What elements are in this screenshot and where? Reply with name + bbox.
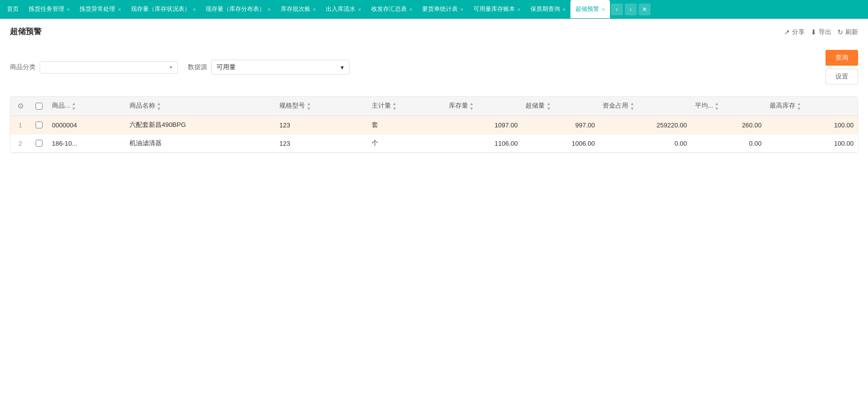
cell-capital: 0.00 [599,134,691,153]
cell-product-code: 186-10... [48,134,126,153]
cell-stock: 1097.00 [445,116,522,134]
th-overstock[interactable]: 超储量▲▼ [521,97,599,116]
filter-buttons: 查询 设置 [825,50,858,84]
close-tab-quality-check[interactable]: × [563,6,565,12]
table-row: 1 0000004 六配套新昌490BPG 123 套 1097.00 997.… [10,116,858,134]
page-title: 超储预警 [10,27,42,37]
header-actions: ↗ 分享 ⬇ 导出 ↻ 刷新 [784,28,858,37]
datasource-filter: 数据源 可用量 ▾ [188,60,349,75]
cell-checkbox [30,116,48,134]
nav-tab-collect-summary[interactable]: 收发存汇总表 × [366,0,417,18]
export-button[interactable]: ⬇ 导出 [811,28,831,37]
th-product-code[interactable]: 商品...▲▼ [48,97,126,116]
nav-tab-quality-check[interactable]: 保质期查询 × [525,0,570,18]
cell-stock: 1106.00 [445,134,522,153]
close-tab-stock-status[interactable]: × [193,6,196,12]
sort-icon-capital: ▲▼ [630,101,634,111]
close-tab-collect-summary[interactable]: × [409,6,412,12]
main-content: 超储预警 ↗ 分享 ⬇ 导出 ↻ 刷新 商品分类 ▾ 数据源 [0,19,868,395]
category-label: 商品分类 [10,63,36,72]
table-header-row: ⚙ 商品...▲▼ 商品名称▲▼ 规格型号▲▼ [10,97,858,116]
row-checkbox-0[interactable] [36,121,43,128]
close-tab-stock-dist[interactable]: × [267,6,270,12]
close-tab-overstock-warning[interactable]: × [602,6,605,12]
export-icon: ⬇ [811,28,817,36]
settings-button[interactable]: 设置 [825,69,858,84]
nav-tab-overstock-warning[interactable]: 超储预警 × [570,0,609,18]
th-capital[interactable]: 资金占用▲▼ [599,97,691,116]
datasource-select[interactable]: 可用量 ▾ [211,60,349,75]
nav-tab-available-ledger[interactable]: 可用量库存账本 × [469,0,525,18]
category-select-arrow: ▾ [170,64,173,71]
select-all-checkbox[interactable] [36,103,43,110]
cell-capital: 259220.00 [599,116,691,134]
nav-tab-stock-status[interactable]: 现存量（库存状况表） × [126,0,201,18]
cell-index: 2 [10,134,30,153]
th-checkbox [30,97,48,116]
datasource-label: 数据源 [188,63,207,72]
cell-max-stock: 100.00 [766,134,858,153]
cell-spec: 123 [275,134,367,153]
cell-product-name: 机油滤清器 [126,134,275,153]
sort-icon-max-stock: ▲▼ [797,101,801,111]
close-tab-order-stats[interactable]: × [460,6,463,12]
nav-tab-task-mgmt[interactable]: 拣货任务管理 × [24,0,75,18]
nav-tab-order-stats[interactable]: 要货单统计表 × [417,0,468,18]
gear-icon[interactable]: ⚙ [14,102,26,111]
cell-index: 1 [10,116,30,134]
data-table: ⚙ 商品...▲▼ 商品名称▲▼ 规格型号▲▼ [10,97,858,153]
share-icon: ↗ [784,28,790,36]
nav-arrow-left[interactable]: ‹ [611,3,623,15]
datasource-select-arrow: ▾ [341,64,344,71]
sort-icon-spec: ▲▼ [306,101,311,111]
cell-overstock: 997.00 [521,116,599,134]
close-tab-inout-flow[interactable]: × [358,6,361,12]
category-select[interactable]: ▾ [40,61,178,74]
cell-checkbox [30,134,48,153]
sort-icon-stock: ▲▼ [470,101,474,111]
cell-product-name: 六配套新昌490BPG [126,116,275,134]
th-unit[interactable]: 主计量▲▼ [368,97,445,116]
sort-icon-product-name: ▲▼ [157,101,161,111]
close-tab-abnormal[interactable]: × [118,6,121,12]
top-navigation: 首页 拣货任务管理 × 拣货异常处理 × 现存量（库存状况表） × 现存量（库存… [0,0,868,19]
th-spec[interactable]: 规格型号▲▼ [275,97,367,116]
cell-max-stock: 100.00 [766,116,858,134]
share-button[interactable]: ↗ 分享 [784,28,805,37]
th-max-stock[interactable]: 最高库存▲▼ [766,97,858,116]
cell-overstock: 1006.00 [521,134,599,153]
datasource-value: 可用量 [217,63,236,72]
refresh-button[interactable]: ↻ 刷新 [837,28,858,37]
close-tab-task-mgmt[interactable]: × [67,6,70,12]
nav-tab-abnormal[interactable]: 拣货异常处理 × [75,0,126,18]
th-avg[interactable]: 平均...▲▼ [691,97,766,116]
nav-arrow-right[interactable]: › [625,3,637,15]
sort-icon-avg: ▲▼ [715,101,719,111]
th-product-name[interactable]: 商品名称▲▼ [126,97,275,116]
data-table-wrapper: ⚙ 商品...▲▼ 商品名称▲▼ 规格型号▲▼ [10,96,858,153]
sort-icon-product-code: ▲▼ [72,101,76,111]
cell-spec: 123 [275,116,367,134]
cell-unit: 套 [368,116,445,134]
cell-avg: 260.00 [691,116,766,134]
nav-tab-inout-flow[interactable]: 出入库流水 × [321,0,366,18]
nav-tab-stock-dist[interactable]: 现存量（库存分布表） × [201,0,275,18]
nav-arrow-more[interactable]: ✕ [639,3,651,15]
filter-row: 商品分类 ▾ 数据源 可用量 ▾ 查询 设置 [10,45,858,89]
cell-avg: 0.00 [691,134,766,153]
nav-tab-home[interactable]: 首页 [2,0,24,18]
table-row: 2 186-10... 机油滤清器 123 个 1106.00 1006.00 … [10,134,858,153]
sort-icon-overstock: ▲▼ [546,101,551,111]
close-tab-stock-batch[interactable]: × [313,6,316,12]
page-header: 超储预警 ↗ 分享 ⬇ 导出 ↻ 刷新 [10,27,858,37]
cell-unit: 个 [368,134,445,153]
nav-tab-stock-batch[interactable]: 库存批次账 × [276,0,321,18]
refresh-icon: ↻ [837,28,843,36]
sort-icon-unit: ▲▼ [392,101,397,111]
th-settings[interactable]: ⚙ [10,97,30,116]
row-checkbox-1[interactable] [36,140,43,147]
close-tab-available-ledger[interactable]: × [518,6,521,12]
th-stock[interactable]: 库存量▲▼ [445,97,522,116]
query-button[interactable]: 查询 [825,50,858,66]
category-filter: 商品分类 ▾ [10,61,178,74]
